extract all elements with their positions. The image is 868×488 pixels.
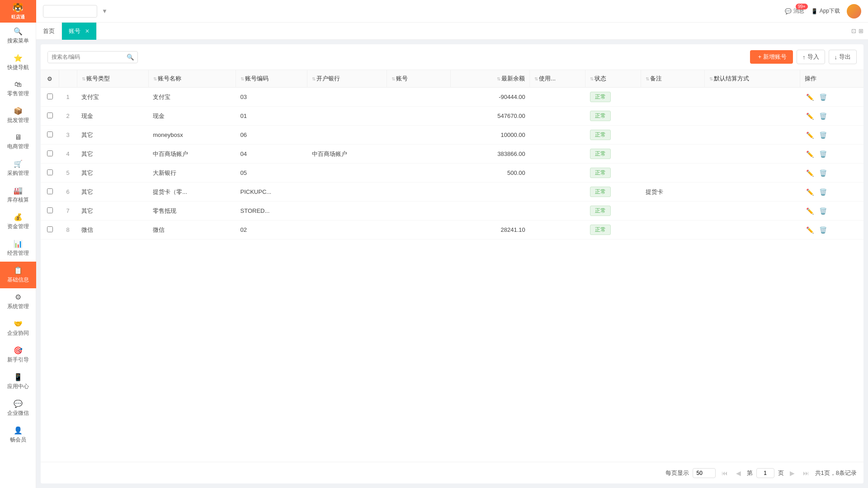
row-actions: ✏️ 🗑️ [800, 202, 863, 221]
page-number-input[interactable] [756, 468, 774, 478]
row-bank [307, 221, 387, 239]
col-remark[interactable]: ⇅备注 [641, 70, 705, 88]
col-settings[interactable]: ⚙ [41, 70, 59, 88]
next-page-button[interactable]: ▶ [788, 469, 797, 478]
message-button[interactable]: 💬 消息 99+ [785, 7, 804, 15]
sidebar-item-member[interactable]: 👤 畅会员 [0, 422, 36, 448]
sidebar-item-system-mgmt[interactable]: ⚙ 系统管理 [0, 288, 36, 315]
edit-button[interactable]: ✏️ [804, 188, 816, 197]
sidebar-item-operations-mgmt[interactable]: 📊 经营管理 [0, 235, 36, 262]
row-code: 03 [236, 88, 307, 107]
maximize-icon[interactable]: ⊞ [859, 28, 863, 34]
row-default-settlement [704, 145, 800, 164]
minimize-icon[interactable]: ⊡ [851, 28, 856, 34]
edit-button[interactable]: ✏️ [804, 112, 816, 121]
edit-button[interactable]: ✏️ [804, 150, 816, 159]
sidebar-item-enterprise-agreement[interactable]: 🤝 企业协同 [0, 315, 36, 342]
row-bank [307, 107, 387, 126]
col-bank[interactable]: ⇅开户银行 [307, 70, 387, 88]
delete-button[interactable]: 🗑️ [817, 131, 829, 140]
sidebar-item-ecommerce-mgmt[interactable]: 🖥 电商管理 [0, 129, 36, 155]
col-balance[interactable]: ⇅最新余额 [450, 70, 530, 88]
row-checkbox-cell[interactable] [41, 88, 59, 107]
col-code[interactable]: ⇅账号编码 [236, 70, 307, 88]
row-checkbox-cell[interactable] [41, 202, 59, 221]
sidebar-item-enterprise-wechat[interactable]: 💬 企业微信 [0, 395, 36, 422]
first-page-button[interactable]: ⏮ [719, 469, 730, 478]
toolbar-left: 🔍 [47, 51, 138, 63]
row-balance: 500.00 [450, 164, 530, 183]
sidebar-item-label: 电商管理 [7, 143, 29, 150]
sidebar-item-wholesale-mgmt[interactable]: 📦 批发管理 [0, 102, 36, 129]
sidebar-item-retail-mgmt[interactable]: 🛍 零售管理 [0, 76, 36, 102]
row-checkbox-cell[interactable] [41, 126, 59, 145]
search-input[interactable] [48, 52, 123, 62]
col-status[interactable]: ⇅状态 [585, 70, 641, 88]
sidebar-item-search-menu[interactable]: 🔍 搜索菜单 [0, 23, 36, 49]
sidebar-item-label: 系统管理 [7, 303, 29, 310]
row-checkbox[interactable] [47, 131, 53, 137]
sidebar-item-finance-mgmt[interactable]: 💰 资金管理 [0, 208, 36, 235]
row-code: STORED... [236, 202, 307, 221]
quick-nav-icon: ⭐ [14, 54, 23, 62]
row-checkbox[interactable] [47, 188, 53, 194]
col-name[interactable]: ⇅账号名称 [148, 70, 236, 88]
col-type[interactable]: ⇅账号类型 [77, 70, 148, 88]
row-checkbox[interactable] [47, 207, 53, 213]
edit-button[interactable]: ✏️ [804, 206, 816, 216]
col-account[interactable]: ⇅账号 [387, 70, 450, 88]
row-default-settlement [704, 126, 800, 145]
delete-button[interactable]: 🗑️ [817, 112, 829, 121]
row-checkbox-cell[interactable] [41, 145, 59, 164]
export-button[interactable]: ↓ 导出 [829, 50, 857, 64]
top-search-input[interactable] [43, 5, 97, 18]
row-checkbox[interactable] [47, 94, 53, 99]
edit-button[interactable]: ✏️ [804, 131, 816, 140]
app-download-button[interactable]: 📱 App下载 [811, 7, 840, 15]
sidebar-item-basic-info[interactable]: 📋 基础信息 [0, 262, 36, 288]
tab-home[interactable]: 首页 [36, 23, 62, 40]
prev-page-button[interactable]: ◀ [734, 469, 743, 478]
edit-button[interactable]: ✏️ [804, 93, 816, 102]
add-account-button[interactable]: + 新增账号 [750, 50, 793, 64]
system-icon: ⚙ [15, 293, 21, 301]
delete-button[interactable]: 🗑️ [817, 225, 829, 235]
sidebar-item-app-center[interactable]: 📱 应用中心 [0, 368, 36, 395]
delete-button[interactable]: 🗑️ [817, 206, 829, 216]
tab-close-icon[interactable]: ✕ [85, 28, 90, 34]
row-status: 正常 [585, 126, 641, 145]
delete-button[interactable]: 🗑️ [817, 93, 829, 102]
table-row: 4 其它 中百商场账户 04 中百商场账户 383866.00 正常 ✏️ 🗑️ [41, 145, 863, 164]
row-checkbox-cell[interactable] [41, 221, 59, 239]
edit-button[interactable]: ✏️ [804, 169, 816, 178]
row-checkbox[interactable] [47, 226, 53, 232]
delete-button[interactable]: 🗑️ [817, 169, 829, 178]
import-button[interactable]: ↑ 导入 [797, 50, 825, 64]
status-badge: 正常 [590, 149, 611, 159]
search-button[interactable]: 🔍 [123, 52, 138, 63]
row-checkbox[interactable] [47, 113, 53, 118]
page-size-select[interactable]: 50 100 200 [693, 468, 716, 478]
row-checkbox-cell[interactable] [41, 164, 59, 183]
last-page-button[interactable]: ⏭ [801, 469, 811, 478]
row-checkbox[interactable] [47, 169, 53, 175]
delete-button[interactable]: 🗑️ [817, 150, 829, 159]
row-checkbox[interactable] [47, 150, 53, 156]
delete-button[interactable]: 🗑️ [817, 188, 829, 197]
accounts-table: ⚙ ⇅账号类型 ⇅账号名称 ⇅账号编码 ⇅开户银行 ⇅账号 ⇅最新余额 ⇅使用.… [41, 70, 863, 239]
sidebar-item-newcomer-guide[interactable]: 🎯 新手引导 [0, 342, 36, 368]
user-avatar[interactable] [847, 4, 861, 19]
row-code: 04 [236, 145, 307, 164]
sidebar-item-inventory[interactable]: 🏭 库存核算 [0, 182, 36, 208]
row-usage [530, 107, 585, 126]
row-type: 其它 [77, 145, 148, 164]
tab-account[interactable]: 账号 ✕ [62, 23, 97, 40]
dropdown-arrow-icon[interactable]: ▼ [102, 8, 108, 14]
col-default-settlement[interactable]: ⇅默认结算方式 [704, 70, 800, 88]
col-usage[interactable]: ⇅使用... [530, 70, 585, 88]
row-checkbox-cell[interactable] [41, 107, 59, 126]
sidebar-item-quick-nav[interactable]: ⭐ 快捷导航 [0, 49, 36, 76]
row-checkbox-cell[interactable] [41, 183, 59, 202]
edit-button[interactable]: ✏️ [804, 225, 816, 235]
sidebar-item-purchase-mgmt[interactable]: 🛒 采购管理 [0, 155, 36, 182]
